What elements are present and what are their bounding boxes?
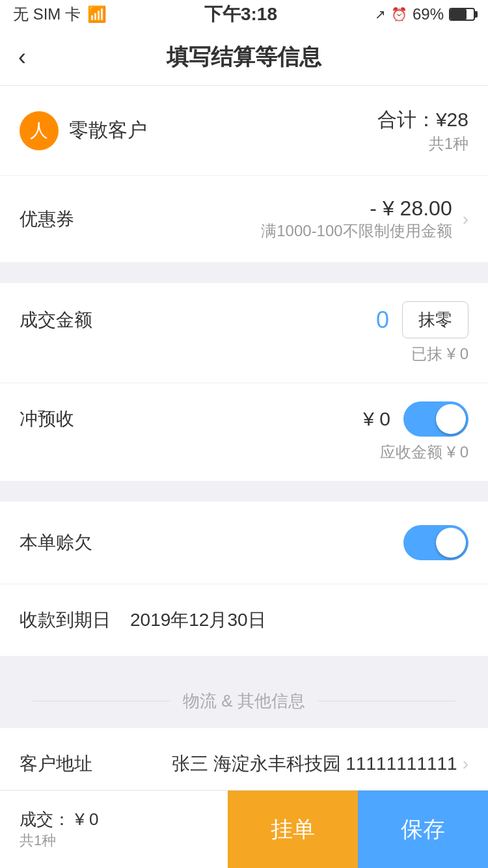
due-date-row: 收款到期日 2019年12月30日	[0, 584, 488, 656]
logistics-label: 物流 & 其他信息	[183, 690, 305, 712]
round-button[interactable]: 抹零	[402, 301, 468, 338]
customer-right: 合计：¥28 共1种	[377, 107, 468, 154]
address-label: 客户地址	[20, 752, 92, 776]
section-gap-3	[0, 666, 488, 677]
total-amount: 合计：¥28	[377, 107, 468, 133]
amount-right: 0 抹零	[376, 301, 468, 338]
prepayment-sub: 应收金额 ¥ 0	[0, 442, 488, 481]
alarm-icon: ⏰	[391, 7, 407, 22]
status-time: 下午3:18	[204, 2, 277, 27]
bottom-bar: 成交： ¥ 0 共1种 挂单 保存	[0, 790, 488, 868]
avatar-icon: 人	[30, 118, 48, 143]
coupon-row[interactable]: 优惠券 - ¥ 28.00 满1000-100不限制使用金额 ›	[0, 175, 488, 262]
address-section: 客户地址 张三 海淀永丰科技园 11111111111 ›	[0, 728, 488, 800]
customer-left: 人 零散客户	[20, 111, 147, 150]
amount-label: 成交金额	[20, 308, 92, 332]
toggle-knob	[436, 404, 466, 434]
battery-percent: 69%	[413, 5, 444, 23]
status-left: 无 SIM 卡 📶	[13, 4, 107, 25]
prepayment-toggle[interactable]	[403, 401, 468, 437]
customer-row: 人 零散客户 合计：¥28 共1种	[0, 86, 488, 175]
prepayment-amount: ¥ 0	[363, 408, 390, 430]
bottom-summary-top: 成交： ¥ 0	[20, 808, 208, 831]
prepayment-row: 冲预收 ¥ 0	[0, 383, 488, 442]
section-gap-1	[0, 273, 488, 283]
divider-line-left	[33, 701, 170, 701]
address-chevron-icon: ›	[463, 753, 468, 774]
wifi-icon: 📶	[87, 5, 107, 23]
status-bar: 无 SIM 卡 📶 下午3:18 ↗ ⏰ 69%	[0, 0, 488, 29]
chevron-right-icon: ›	[463, 209, 468, 230]
back-button[interactable]: ‹	[18, 44, 26, 71]
due-date-value: 2019年12月30日	[130, 608, 266, 632]
address-value: 张三 海淀永丰科技园 11111111111	[172, 752, 457, 776]
coupon-desc: 满1000-100不限制使用金额	[261, 221, 452, 241]
divider-line-right	[318, 701, 455, 701]
avatar: 人	[20, 111, 59, 150]
status-right: ↗ ⏰ 69%	[375, 5, 475, 23]
due-date-label: 收款到期日	[20, 608, 111, 632]
credit-toggle-knob	[436, 528, 466, 558]
credit-section: 本单赊欠 收款到期日 2019年12月30日	[0, 502, 488, 656]
coupon-discount: - ¥ 28.00	[261, 197, 452, 221]
save-button[interactable]: 保存	[358, 791, 488, 869]
battery-icon	[449, 8, 475, 21]
prepayment-label: 冲预收	[20, 407, 74, 431]
amount-value: 0	[376, 306, 389, 334]
section-gap-2	[0, 491, 488, 502]
hang-button[interactable]: 挂单	[228, 791, 358, 869]
bottom-summary: 成交： ¥ 0 共1种	[0, 808, 228, 850]
customer-name: 零散客户	[69, 117, 147, 144]
customer-section: 人 零散客户 合计：¥28 共1种 优惠券 - ¥ 28.00 满1000-10…	[0, 86, 488, 262]
logistics-divider: 物流 & 其他信息	[0, 677, 488, 726]
address-row[interactable]: 客户地址 张三 海淀永丰科技园 11111111111 ›	[0, 728, 488, 800]
amount-sub: 已抹 ¥ 0	[0, 344, 488, 383]
credit-row: 本单赊欠	[0, 502, 488, 584]
credit-label: 本单赊欠	[20, 530, 92, 555]
location-icon: ↗	[375, 7, 386, 22]
carrier-label: 无 SIM 卡	[13, 4, 81, 25]
page-title: 填写结算等信息	[167, 42, 321, 72]
total-count: 共1种	[377, 133, 468, 154]
credit-toggle[interactable]	[403, 525, 468, 560]
prepayment-right: ¥ 0	[363, 401, 468, 437]
address-right: 张三 海淀永丰科技园 11111111111 ›	[172, 752, 468, 776]
bottom-summary-bottom: 共1种	[20, 831, 208, 850]
coupon-label: 优惠券	[20, 207, 74, 232]
nav-bar: ‹ 填写结算等信息	[0, 29, 488, 86]
coupon-right: - ¥ 28.00 满1000-100不限制使用金额 ›	[261, 197, 468, 241]
amount-row: 成交金额 0 抹零	[0, 283, 488, 344]
transaction-section: 成交金额 0 抹零 已抹 ¥ 0 冲预收 ¥ 0 应收金额 ¥ 0	[0, 283, 488, 481]
